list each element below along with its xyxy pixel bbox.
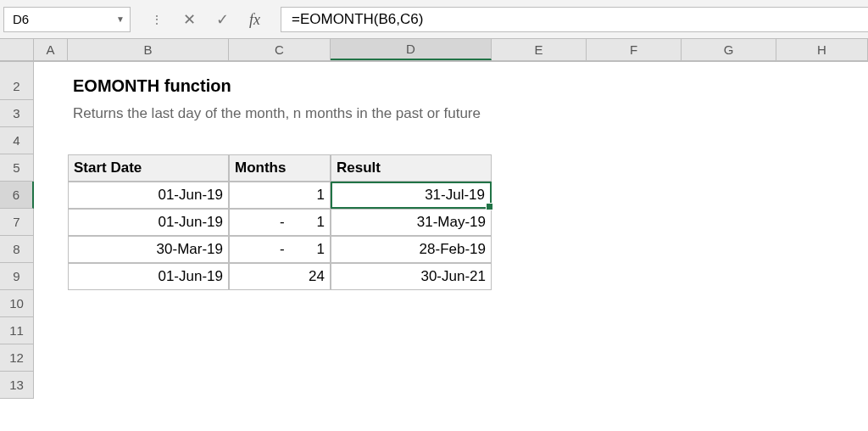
- cell-b13[interactable]: [68, 372, 229, 399]
- cell-d7[interactable]: 31-May-19: [331, 209, 492, 236]
- cell-d8[interactable]: 28-Feb-19: [331, 236, 492, 263]
- cell-d2[interactable]: [331, 73, 492, 100]
- cell-h10[interactable]: [776, 290, 868, 317]
- cell-c7[interactable]: - 1: [229, 209, 331, 236]
- cell-a1[interactable]: [34, 62, 68, 73]
- cell-e8[interactable]: [492, 236, 587, 263]
- row-header-8[interactable]: 8: [0, 236, 34, 263]
- cell-d6[interactable]: 31-Jul-19: [331, 182, 492, 209]
- cell-b4[interactable]: [68, 127, 229, 154]
- cell-g12[interactable]: [682, 344, 776, 372]
- row-header-11[interactable]: 11: [0, 317, 34, 344]
- cell-e13[interactable]: [492, 372, 587, 399]
- cell-a5[interactable]: [34, 154, 68, 182]
- cell-h12[interactable]: [776, 344, 868, 372]
- cell-a10[interactable]: [34, 290, 68, 317]
- cell-b1[interactable]: [68, 62, 229, 73]
- cell-d1[interactable]: [331, 62, 492, 73]
- cell-g10[interactable]: [682, 290, 776, 317]
- cell-f6[interactable]: [587, 182, 682, 209]
- cell-e12[interactable]: [492, 344, 587, 372]
- cell-b12[interactable]: [68, 344, 229, 372]
- cell-a8[interactable]: [34, 236, 68, 263]
- cell-c2[interactable]: [229, 73, 331, 100]
- cell-f8[interactable]: [587, 236, 682, 263]
- cell-g13[interactable]: [682, 372, 776, 399]
- col-header-f[interactable]: F: [587, 39, 682, 60]
- cell-h7[interactable]: [776, 209, 868, 236]
- cell-e4[interactable]: [492, 127, 587, 154]
- cell-b5[interactable]: Start Date: [68, 154, 229, 182]
- cell-g7[interactable]: [682, 209, 776, 236]
- cell-e9[interactable]: [492, 263, 587, 290]
- cell-c4[interactable]: [229, 127, 331, 154]
- cell-c10[interactable]: [229, 290, 331, 317]
- cell-d13[interactable]: [331, 372, 492, 399]
- cell-d11[interactable]: [331, 317, 492, 344]
- cell-c6[interactable]: 1: [229, 182, 331, 209]
- cell-h8[interactable]: [776, 236, 868, 263]
- cell-e7[interactable]: [492, 209, 587, 236]
- cell-a9[interactable]: [34, 263, 68, 290]
- name-box-dropdown-icon[interactable]: ▼: [116, 14, 125, 24]
- cell-a6[interactable]: [34, 182, 68, 209]
- cell-a3[interactable]: [34, 100, 68, 127]
- cell-h3[interactable]: [776, 100, 868, 127]
- cell-g9[interactable]: [682, 263, 776, 290]
- row-header-5[interactable]: 5: [0, 154, 34, 182]
- cell-f7[interactable]: [587, 209, 682, 236]
- cell-a4[interactable]: [34, 127, 68, 154]
- cell-g11[interactable]: [682, 317, 776, 344]
- cell-a7[interactable]: [34, 209, 68, 236]
- cell-f4[interactable]: [587, 127, 682, 154]
- cell-f11[interactable]: [587, 317, 682, 344]
- cell-c11[interactable]: [229, 317, 331, 344]
- row-header-12[interactable]: 12: [0, 344, 34, 372]
- col-header-b[interactable]: B: [68, 39, 229, 60]
- cell-g4[interactable]: [682, 127, 776, 154]
- col-header-g[interactable]: G: [682, 39, 776, 60]
- cell-f10[interactable]: [587, 290, 682, 317]
- cell-e10[interactable]: [492, 290, 587, 317]
- cell-e5[interactable]: [492, 154, 587, 182]
- cell-f9[interactable]: [587, 263, 682, 290]
- cell-g1[interactable]: [682, 62, 776, 73]
- cell-h2[interactable]: [776, 73, 868, 100]
- cell-d5[interactable]: Result: [331, 154, 492, 182]
- col-header-c[interactable]: C: [229, 39, 331, 60]
- fx-icon[interactable]: fx: [249, 12, 260, 27]
- cell-d10[interactable]: [331, 290, 492, 317]
- cell-g2[interactable]: [682, 73, 776, 100]
- cell-h6[interactable]: [776, 182, 868, 209]
- cell-f5[interactable]: [587, 154, 682, 182]
- name-box[interactable]: D6 ▼: [3, 7, 131, 32]
- cell-c1[interactable]: [229, 62, 331, 73]
- cell-g5[interactable]: [682, 154, 776, 182]
- row-header-9[interactable]: 9: [0, 263, 34, 290]
- cell-d12[interactable]: [331, 344, 492, 372]
- cell-g3[interactable]: [682, 100, 776, 127]
- cell-f3[interactable]: [587, 100, 682, 127]
- row-header-10[interactable]: 10: [0, 290, 34, 317]
- cell-d3[interactable]: [331, 100, 492, 127]
- cell-c12[interactable]: [229, 344, 331, 372]
- col-header-a[interactable]: A: [34, 39, 68, 60]
- cell-c3[interactable]: [229, 100, 331, 127]
- cell-b10[interactable]: [68, 290, 229, 317]
- cell-d4[interactable]: [331, 127, 492, 154]
- row-header-1[interactable]: [0, 62, 34, 74]
- select-all-corner[interactable]: [0, 39, 34, 60]
- cell-f2[interactable]: [587, 73, 682, 100]
- cell-a11[interactable]: [34, 317, 68, 344]
- cell-e2[interactable]: [492, 73, 587, 100]
- cell-a2[interactable]: [34, 73, 68, 100]
- cell-b2[interactable]: EOMONTH function: [68, 73, 229, 100]
- cell-h4[interactable]: [776, 127, 868, 154]
- cell-c13[interactable]: [229, 372, 331, 399]
- cell-h13[interactable]: [776, 372, 868, 399]
- cell-e11[interactable]: [492, 317, 587, 344]
- cell-g6[interactable]: [682, 182, 776, 209]
- formula-input[interactable]: [281, 7, 868, 32]
- cell-e6[interactable]: [492, 182, 587, 209]
- cell-h9[interactable]: [776, 263, 868, 290]
